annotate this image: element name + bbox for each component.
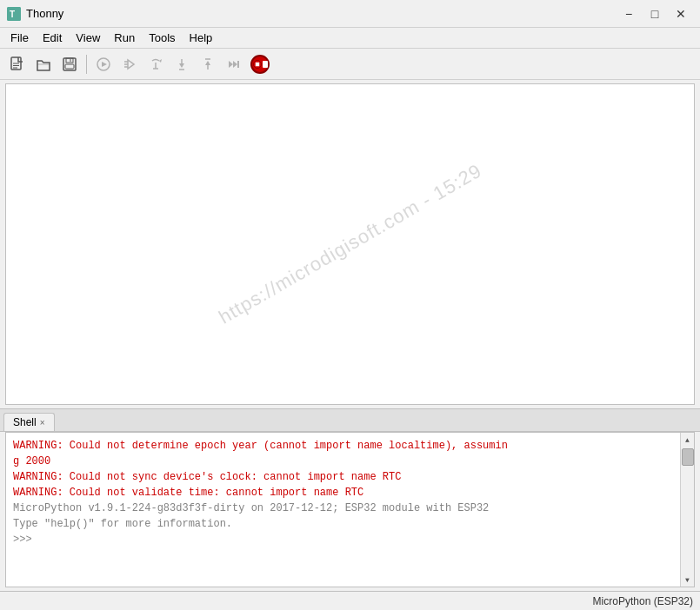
svg-marker-16: [159, 59, 162, 63]
shell-line-7: >>>: [13, 532, 687, 547]
new-file-button[interactable]: [5, 52, 30, 76]
scroll-thumb[interactable]: [682, 448, 694, 466]
open-file-button[interactable]: [31, 52, 56, 76]
shell-scrollbar[interactable]: ▲ ▼: [680, 433, 694, 587]
connection-status: MicroPython (ESP32): [593, 595, 693, 607]
shell-panel: Shell × WARNING: Could not determine epo…: [0, 408, 700, 591]
shell-line-5: MicroPython v1.9.1-224-g83d3f3f-dirty on…: [13, 501, 687, 516]
minimize-button[interactable]: −: [617, 4, 641, 23]
svg-rect-29: [256, 62, 260, 66]
step-out-button[interactable]: [196, 52, 220, 76]
shell-line-6: Type "help()" for more information.: [13, 516, 687, 532]
svg-marker-12: [128, 60, 134, 69]
maximize-button[interactable]: □: [643, 4, 667, 23]
main-content: https://microdigisoft.com - 15:29 Shell …: [0, 80, 700, 591]
resume-button[interactable]: [222, 52, 246, 76]
menu-edit[interactable]: Edit: [36, 30, 69, 46]
shell-tab-label: Shell: [13, 416, 37, 428]
shell-output[interactable]: WARNING: Could not determine epoch year …: [5, 432, 695, 587]
svg-rect-8: [65, 64, 74, 69]
menu-tools[interactable]: Tools: [142, 30, 182, 46]
close-button[interactable]: ✕: [669, 4, 693, 23]
menu-bar: File Edit View Run Tools Help: [0, 28, 700, 49]
shell-tab-bar: Shell ×: [0, 409, 700, 432]
step-into-button[interactable]: [170, 52, 194, 76]
watermark: https://microdigisoft.com - 15:29: [215, 160, 486, 329]
app-icon: T: [7, 7, 21, 21]
menu-file[interactable]: File: [3, 30, 36, 46]
shell-line-1: WARNING: Could not determine epoch year …: [13, 438, 687, 454]
shell-tab[interactable]: Shell ×: [3, 413, 55, 431]
shell-line-2: g 2000: [13, 454, 687, 469]
svg-marker-25: [229, 61, 233, 68]
code-editor[interactable]: https://microdigisoft.com - 15:29: [5, 83, 695, 405]
svg-marker-23: [205, 61, 210, 65]
toolbar-separator-1: [86, 55, 87, 74]
svg-text:T: T: [10, 10, 15, 19]
svg-marker-26: [233, 61, 237, 68]
shell-line-3: WARNING: Could not sync device's clock: …: [13, 469, 687, 485]
stop-icon: [250, 55, 270, 74]
window-title: Thonny: [26, 7, 617, 20]
status-bar: MicroPython (ESP32): [0, 591, 700, 610]
menu-help[interactable]: Help: [183, 30, 220, 46]
title-bar: T Thonny − □ ✕: [0, 0, 700, 28]
svg-marker-11: [102, 62, 107, 67]
menu-run[interactable]: Run: [107, 30, 142, 46]
step-over-button[interactable]: [143, 52, 168, 76]
window-controls: − □ ✕: [617, 4, 693, 23]
svg-marker-20: [179, 63, 184, 68]
save-file-button[interactable]: [57, 52, 82, 76]
app-window: T Thonny − □ ✕ File Edit View Run Tools …: [0, 0, 700, 610]
debug-button[interactable]: [117, 52, 142, 76]
run-current-button[interactable]: [91, 52, 116, 76]
stop-button[interactable]: [248, 52, 272, 76]
scroll-up-arrow[interactable]: ▲: [681, 433, 695, 447]
shell-tab-close[interactable]: ×: [40, 418, 45, 428]
toolbar: [0, 49, 700, 80]
scroll-down-arrow[interactable]: ▼: [681, 573, 695, 587]
editor-wrapper: https://microdigisoft.com - 15:29: [0, 80, 700, 408]
menu-view[interactable]: View: [69, 30, 107, 46]
shell-line-4: WARNING: Could not validate time: cannot…: [13, 485, 687, 501]
